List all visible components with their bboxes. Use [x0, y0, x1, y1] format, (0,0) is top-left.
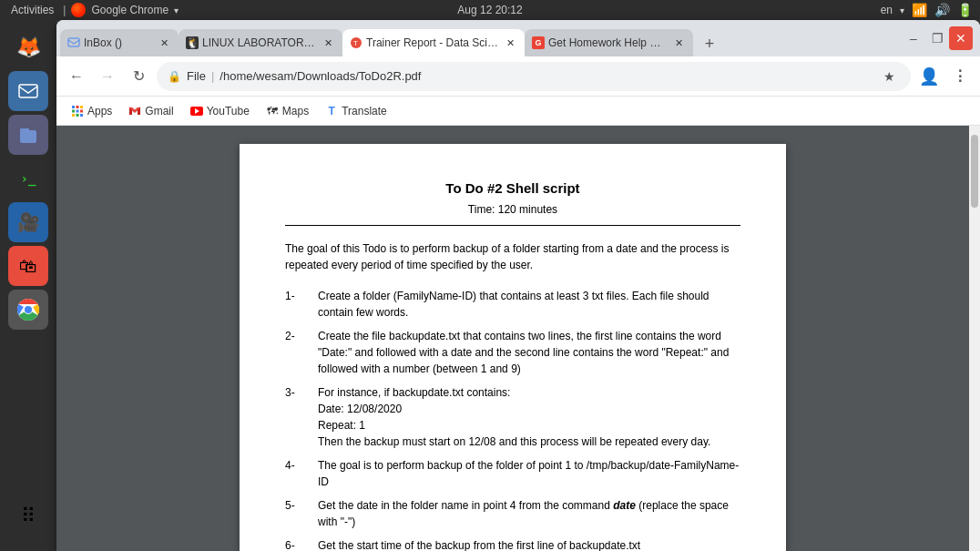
activities-button[interactable]: Activities: [7, 2, 57, 18]
pdf-page: To Do #2 Shell script Time: 120 minutes …: [240, 144, 786, 551]
svg-point-5: [25, 306, 32, 313]
sidebar-zoom[interactable]: 🎥: [8, 202, 48, 242]
bookmark-translate[interactable]: T Translate: [318, 101, 394, 121]
scrollbar-thumb[interactable]: [971, 135, 978, 208]
svg-rect-9: [72, 106, 75, 108]
list-item: 6- Get the start time of the backup from…: [285, 537, 740, 551]
svg-rect-0: [19, 85, 37, 97]
tab-linux[interactable]: 🐧 LINUX LABORATORY-119... ✕: [179, 29, 342, 56]
svg-rect-6: [68, 38, 79, 46]
sidebar-apps[interactable]: ⠿: [8, 496, 48, 536]
close-button[interactable]: ✕: [949, 26, 973, 50]
minimize-button[interactable]: –: [902, 26, 925, 50]
svg-rect-15: [72, 114, 75, 117]
svg-rect-14: [80, 109, 83, 112]
url-protocol: File: [187, 69, 206, 83]
list-content-6: Get the start time of the backup from th…: [318, 537, 740, 551]
pdf-viewer[interactable]: To Do #2 Shell script Time: 120 minutes …: [56, 126, 969, 551]
datetime-label: Aug 12 20:12: [457, 4, 522, 16]
lang-dropdown-arrow[interactable]: ▾: [900, 5, 904, 15]
network-icon: 📶: [912, 3, 927, 17]
tab-linux-close[interactable]: ✕: [321, 36, 335, 50]
tab-homework-close[interactable]: ✕: [671, 36, 686, 50]
sidebar-chrome[interactable]: [8, 290, 48, 330]
tab-linux-title: LINUX LABORATORY-119...: [202, 36, 317, 49]
svg-rect-16: [77, 114, 79, 117]
content-area: To Do #2 Shell script Time: 120 minutes …: [56, 126, 980, 551]
bookmark-youtube-label: YouTube: [207, 105, 250, 117]
maps-icon: 🗺: [266, 105, 279, 117]
list-content-3: For instance, if backupdate.txt contains…: [318, 384, 740, 450]
svg-rect-13: [77, 109, 79, 112]
list-item: 4- The goal is to perform backup of the …: [285, 457, 740, 490]
apps-grid-icon: [71, 105, 84, 117]
list-item: 2- Create the file backupdate.txt that c…: [285, 328, 740, 377]
tab-linux-favicon: 🐧: [186, 36, 199, 49]
bookmark-gmail-label: Gmail: [145, 105, 173, 117]
bookmark-apps[interactable]: Apps: [64, 101, 119, 121]
url-text: /home/wesam/Downloads/ToDo2R.pdf: [219, 69, 873, 83]
tab-trainer-close[interactable]: ✕: [503, 36, 517, 50]
addressbar: ← → ↻ 🔒 File | /home/wesam/Downloads/ToD…: [56, 56, 980, 97]
list-num-4: 4-: [285, 457, 311, 490]
svg-rect-1: [20, 130, 36, 143]
url-separator: |: [211, 69, 214, 83]
youtube-icon: [190, 105, 203, 117]
tab-inbox[interactable]: InBox () ✕: [60, 29, 179, 56]
scrollbar[interactable]: [969, 126, 980, 551]
sidebar-mail[interactable]: [8, 71, 48, 111]
bookmarks-bar: Apps Gmail YouTu: [56, 97, 980, 126]
sidebar-files[interactable]: [8, 115, 48, 155]
bookmark-star-button[interactable]: ★: [878, 66, 900, 87]
bookmark-maps[interactable]: 🗺 Maps: [259, 101, 316, 121]
list-num-2: 2-: [285, 328, 311, 377]
chrome-window: InBox () ✕ 🐧 LINUX LABORATORY-119... ✕ T…: [56, 20, 980, 551]
bookmark-translate-label: Translate: [342, 105, 387, 117]
pdf-time: Time: 120 minutes: [285, 203, 740, 226]
gmail-icon: [128, 105, 141, 117]
list-item: 3- For instance, if backupdate.txt conta…: [285, 384, 740, 450]
forward-button[interactable]: →: [95, 64, 120, 89]
tab-homework-title: Get Homework Help With...: [548, 36, 668, 49]
dropdown-arrow[interactable]: ▾: [174, 5, 179, 15]
list-num-6: 6-: [285, 537, 311, 551]
tab-inbox-close[interactable]: ✕: [157, 36, 171, 50]
volume-icon: 🔊: [934, 3, 950, 17]
translate-icon: T: [325, 105, 338, 117]
reload-button[interactable]: ↻: [126, 64, 151, 89]
svg-rect-12: [72, 109, 75, 112]
language-indicator[interactable]: en: [881, 4, 893, 16]
bookmark-gmail[interactable]: Gmail: [121, 101, 180, 121]
menu-button[interactable]: ⋮: [947, 64, 973, 89]
bookmark-apps-label: Apps: [87, 105, 112, 117]
maximize-button[interactable]: ❐: [925, 26, 949, 50]
svg-rect-11: [80, 106, 83, 108]
app-name-label: Google Chrome: [91, 4, 168, 16]
tab-trainer-favicon: T: [350, 36, 362, 49]
bookmark-youtube[interactable]: YouTube: [183, 101, 257, 121]
svg-text:T: T: [353, 39, 358, 47]
back-button[interactable]: ←: [64, 64, 89, 89]
profile-button[interactable]: 👤: [916, 64, 942, 89]
sidebar-firefox[interactable]: 🦊: [8, 27, 48, 67]
window-controls: – ❐ ✕: [894, 20, 980, 56]
tab-trainer[interactable]: T Trainer Report - Data Scie... ✕: [342, 29, 525, 56]
list-item: 5- Get the date in the folder name in po…: [285, 497, 740, 530]
sidebar-software[interactable]: 🛍: [8, 246, 48, 286]
list-num-5: 5-: [285, 497, 311, 530]
url-lock-icon: 🔒: [168, 70, 181, 83]
list-content-1: Create a folder (FamilyName-ID) that con…: [318, 288, 740, 321]
tab-homework[interactable]: G Get Homework Help With... ✕: [525, 29, 693, 56]
os-sidebar: 🦊 ›_ 🎥 🛍 ⠿: [0, 20, 56, 551]
list-content-2: Create the file backupdate.txt that cont…: [318, 328, 740, 377]
list-num-3: 3-: [285, 384, 311, 450]
list-content-4: The goal is to perform backup of the fol…: [318, 457, 740, 490]
tab-trainer-title: Trainer Report - Data Scie...: [366, 36, 499, 49]
tab-inbox-favicon: [67, 36, 80, 49]
tab-inbox-title: InBox (): [84, 36, 153, 49]
list-num-1: 1-: [285, 288, 311, 321]
url-bar[interactable]: 🔒 File | /home/wesam/Downloads/ToDo2R.pd…: [157, 62, 911, 91]
sidebar-terminal[interactable]: ›_: [8, 158, 48, 199]
new-tab-button[interactable]: +: [697, 31, 722, 56]
tab-homework-favicon: G: [532, 36, 545, 49]
